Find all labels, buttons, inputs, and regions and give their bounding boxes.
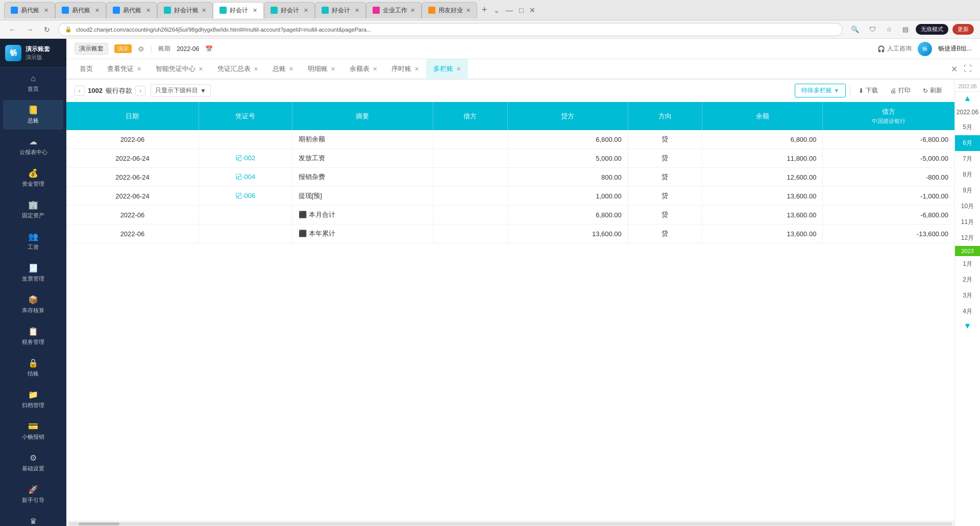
close-panel-button[interactable]: ✕ xyxy=(949,62,960,76)
ledger-table-wrapper[interactable]: 日期 凭证号 摘要 借方 xyxy=(66,102,954,521)
sidebar-item-salary[interactable]: 👥 工资 xyxy=(3,227,63,256)
month-apr[interactable]: 4月 xyxy=(955,304,980,319)
voucher-link[interactable]: 记-004 xyxy=(235,173,255,181)
sidebar-item-cloud-report[interactable]: ☁ 云报表中心 xyxy=(3,132,63,161)
sidebar-item-membership[interactable]: ♛ 畅会员 xyxy=(3,511,63,526)
url-bar[interactable]: 🔒 cloud2.chanjet.com/accounting/uh26t264… xyxy=(58,23,843,36)
tab-general-ledger[interactable]: 总账 ✕ xyxy=(265,59,301,80)
shield-icon[interactable]: 🛡 xyxy=(866,24,879,34)
refresh-button[interactable]: ↻ xyxy=(41,23,53,36)
tab-close-5[interactable]: ✕ xyxy=(253,7,257,14)
tab-close-all-btn[interactable]: ✕ xyxy=(527,5,537,15)
voucher-cell[interactable]: 记-002 xyxy=(199,149,292,168)
sidebar-item-archive[interactable]: 📁 归档管理 xyxy=(3,385,63,414)
sidebar-item-settings[interactable]: ⚙ 基础设置 xyxy=(3,448,63,478)
tab-close-8[interactable]: ✕ xyxy=(410,7,415,14)
month-june[interactable]: 6月 xyxy=(955,135,980,151)
month-october[interactable]: 10月 xyxy=(955,198,980,214)
tab-journal-close[interactable]: ✕ xyxy=(414,66,419,72)
month-jan[interactable]: 1月 xyxy=(955,256,980,272)
tab-journal[interactable]: 序时账 ✕ xyxy=(384,59,426,80)
forward-button[interactable]: → xyxy=(23,23,36,36)
feature-multi-column-button[interactable]: 特殊多栏账 ▼ xyxy=(795,84,846,97)
calendar-icon[interactable]: 📅 xyxy=(205,45,213,53)
browser-tab-1[interactable]: 易代账 ✕ xyxy=(4,2,55,18)
tab-home[interactable]: 首页 xyxy=(72,59,100,80)
browser-tab-9[interactable]: 用友好业 ✕ xyxy=(422,2,477,18)
account-next-button[interactable]: › xyxy=(135,86,145,96)
tab-detail-ledger[interactable]: 明细账 ✕ xyxy=(301,59,342,80)
sidebar-item-expense[interactable]: 💳 小畅报销 xyxy=(3,416,63,446)
tab-close-4[interactable]: ✕ xyxy=(202,7,206,14)
consultation-button[interactable]: 🎧 人工咨询 xyxy=(877,44,912,53)
tab-voucher-summary-close[interactable]: ✕ xyxy=(254,66,258,72)
expand-panel-button[interactable]: ⛶ xyxy=(962,62,974,76)
tab-min-btn[interactable]: — xyxy=(504,5,515,15)
month-september[interactable]: 9月 xyxy=(955,183,980,198)
tab-voucher-summary[interactable]: 凭证汇总表 ✕ xyxy=(210,59,265,80)
back-button[interactable]: ← xyxy=(6,23,18,36)
tab-smart-voucher-close[interactable]: ✕ xyxy=(199,66,203,72)
voucher-link[interactable]: 记-006 xyxy=(235,192,255,199)
tab-balance-table-close[interactable]: ✕ xyxy=(373,66,377,72)
update-button[interactable]: 更新 xyxy=(952,24,974,35)
sidebar-item-tax[interactable]: 📋 税务管理 xyxy=(3,321,63,351)
sidebar-toggle-icon[interactable]: ▤ xyxy=(899,24,912,34)
sidebar-item-inventory[interactable]: 📦 库存核算 xyxy=(3,290,63,319)
browser-tab-5[interactable]: 好会计 ✕ xyxy=(213,2,264,18)
tab-detail-ledger-close[interactable]: ✕ xyxy=(331,66,335,72)
sidebar-item-guide[interactable]: 🚀 新手引导 xyxy=(3,480,63,509)
month-november[interactable]: 11月 xyxy=(955,214,980,230)
month-december[interactable]: 12月 xyxy=(955,230,980,246)
tab-close-1[interactable]: ✕ xyxy=(44,7,48,14)
tab-view-voucher-close[interactable]: ✕ xyxy=(137,66,141,72)
tab-general-ledger-close[interactable]: ✕ xyxy=(289,66,293,72)
voucher-cell[interactable]: 记-006 xyxy=(199,187,292,206)
month-feb[interactable]: 2月 xyxy=(955,272,980,288)
month-august[interactable]: 8月 xyxy=(955,167,980,183)
browser-tab-6[interactable]: 好会计 ✕ xyxy=(264,2,315,18)
sidebar-item-fund[interactable]: 💰 资金管理 xyxy=(3,163,63,193)
month-july[interactable]: 7月 xyxy=(955,151,980,167)
tab-smart-voucher[interactable]: 智能凭证中心 ✕ xyxy=(149,59,210,80)
sub-filter-dropdown[interactable]: 只显示下级科目 ▼ xyxy=(151,84,211,97)
browser-tab-7[interactable]: 好会计 ✕ xyxy=(315,2,366,18)
sidebar-item-fixed-asset[interactable]: 🏢 固定资产 xyxy=(3,195,63,224)
tab-multi-column-close[interactable]: ✕ xyxy=(456,66,461,72)
refresh-button[interactable]: ↻ 刷新 xyxy=(919,84,946,97)
browser-tab-2[interactable]: 易代账 ✕ xyxy=(55,2,106,18)
browser-tab-8[interactable]: 企业工作 ✕ xyxy=(366,2,422,18)
sidebar-item-close-period[interactable]: 🔒 结账 xyxy=(3,353,63,383)
tab-close-7[interactable]: ✕ xyxy=(355,7,359,14)
tab-close-3[interactable]: ✕ xyxy=(146,7,151,14)
download-button[interactable]: ⬇ 下载 xyxy=(854,84,882,97)
account-prev-button[interactable]: ‹ xyxy=(75,86,85,96)
bottom-scrollbar[interactable] xyxy=(66,521,954,526)
tab-prev-btn[interactable]: ⌄ xyxy=(492,5,502,15)
print-button[interactable]: 🖨 打印 xyxy=(886,84,915,97)
calendar-down-arrow[interactable]: ▼ xyxy=(955,319,980,333)
calendar-up-arrow[interactable]: ▲ xyxy=(955,92,980,105)
month-may[interactable]: 5月 xyxy=(955,119,980,135)
tab-close-2[interactable]: ✕ xyxy=(95,7,100,14)
col-header-voucher: 凭证号 xyxy=(199,102,292,130)
sidebar-item-ledger[interactable]: 📒 总账 xyxy=(3,100,63,130)
voucher-cell[interactable]: 记-004 xyxy=(199,168,292,187)
tab-view-voucher[interactable]: 查看凭证 ✕ xyxy=(100,59,149,80)
browser-tab-3[interactable]: 易代账 ✕ xyxy=(106,2,157,18)
voucher-link[interactable]: 记-002 xyxy=(235,154,255,162)
tab-balance-table[interactable]: 余额表 ✕ xyxy=(342,59,384,80)
tab-max-btn[interactable]: □ xyxy=(517,5,525,15)
sidebar-item-invoice[interactable]: 🧾 发票管理 xyxy=(3,258,63,288)
tab-close-6[interactable]: ✕ xyxy=(304,7,308,14)
no-trace-button[interactable]: 无痕模式 xyxy=(916,24,948,35)
search-icon[interactable]: 🔍 xyxy=(848,24,862,34)
star-icon[interactable]: ☆ xyxy=(883,24,895,34)
sidebar-item-home[interactable]: ⌂ 首页 xyxy=(3,69,63,98)
tab-close-9[interactable]: ✕ xyxy=(466,7,471,14)
tab-add-button[interactable]: + xyxy=(477,3,492,17)
browser-tab-4[interactable]: 好会计账 ✕ xyxy=(157,2,213,18)
month-mar[interactable]: 3月 xyxy=(955,288,980,304)
settings-icon[interactable]: ⚙ xyxy=(138,45,144,53)
tab-multi-column[interactable]: 多栏账 ✕ xyxy=(426,59,468,80)
